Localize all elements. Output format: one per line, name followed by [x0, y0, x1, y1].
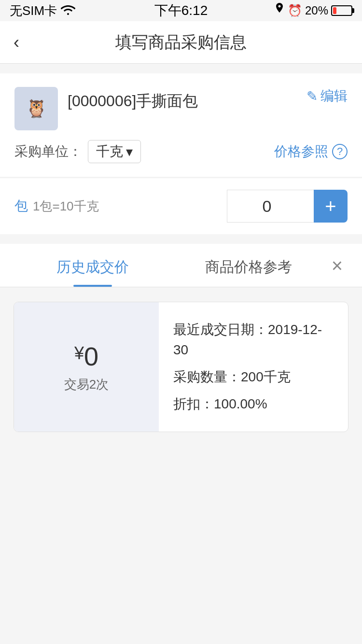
- nav-bar: ‹ 填写商品采购信息: [0, 21, 362, 64]
- product-unit-row: 采购单位： 千克 ▾ 价格参照 ?: [14, 140, 348, 163]
- carrier-text: 无SIM卡: [10, 2, 57, 19]
- product-left: 🦉 [0000006]手撕面包: [14, 87, 198, 130]
- qty-input[interactable]: [227, 190, 314, 223]
- page-title: 填写商品采购信息: [115, 31, 247, 54]
- unit-value: 千克: [96, 142, 123, 161]
- product-thumbnail: 🦉: [26, 98, 47, 119]
- qty-plus-button[interactable]: +: [314, 190, 348, 223]
- price-card-left: ¥0 交易2次: [14, 302, 159, 432]
- back-button[interactable]: ‹: [14, 32, 19, 53]
- tab-history-label: 历史成交价: [56, 259, 129, 275]
- price-ref-icon: ?: [332, 144, 348, 159]
- price-detail-discount: 折扣：100.00%: [173, 394, 334, 414]
- price-detail-date: 最近成交日期：2019-12-30: [173, 320, 334, 360]
- unit-left: 采购单位： 千克 ▾: [14, 140, 141, 163]
- price-count: 交易2次: [64, 376, 109, 393]
- status-time: 下午6:12: [154, 1, 208, 20]
- product-image: 🦉: [14, 87, 58, 130]
- qty-detail-label: 采购数量：: [173, 369, 241, 384]
- tab-price-ref-label: 商品价格参考: [205, 259, 292, 275]
- edit-icon: ✎: [306, 88, 318, 104]
- price-card-right: 最近成交日期：2019-12-30 采购数量：200千克 折扣：100.00%: [159, 302, 348, 432]
- qty-input-group: +: [227, 190, 348, 223]
- price-card: ¥0 交易2次 最近成交日期：2019-12-30 采购数量：200千克 折扣：…: [14, 302, 348, 432]
- currency-symbol: ¥: [74, 343, 84, 363]
- qty-label: 包 1包=10千克: [14, 197, 99, 215]
- discount-label: 折扣：: [173, 396, 214, 411]
- location-icon: [274, 3, 285, 18]
- qty-detail-value: 200千克: [241, 369, 291, 384]
- tab-history-price[interactable]: 历史成交价: [14, 244, 170, 287]
- status-left: 无SIM卡: [10, 2, 75, 19]
- status-right: ⏰ 20%: [274, 3, 352, 18]
- price-value: 0: [84, 342, 98, 371]
- edit-button[interactable]: ✎ 编辑: [306, 87, 348, 105]
- battery-icon: [331, 5, 352, 16]
- price-main: ¥0: [74, 341, 98, 371]
- qty-unit-note: 1包=10千克: [33, 198, 99, 215]
- tabs-row: 历史成交价 商品价格参考 ×: [0, 244, 362, 287]
- edit-label: 编辑: [320, 87, 348, 105]
- battery-percent: 20%: [305, 4, 328, 17]
- alarm-icon: ⏰: [288, 4, 302, 17]
- wifi-icon: [61, 3, 75, 18]
- chevron-down-icon: ▾: [126, 144, 133, 160]
- price-ref-button[interactable]: 价格参照 ?: [274, 142, 348, 161]
- quantity-section: 包 1包=10千克 +: [0, 178, 362, 234]
- tab-price-ref[interactable]: 商品价格参考: [170, 244, 326, 287]
- unit-label: 采购单位：: [14, 142, 82, 161]
- price-ref-label: 价格参照: [274, 142, 328, 161]
- product-card: 🦉 [0000006]手撕面包 ✎ 编辑 采购单位： 千克 ▾ 价格参照 ?: [0, 73, 362, 177]
- price-detail-qty: 采购数量：200千克: [173, 367, 334, 387]
- page-background: ¥0 交易2次 最近成交日期：2019-12-30 采购数量：200千克 折扣：…: [0, 302, 362, 591]
- date-label: 最近成交日期：: [173, 322, 268, 337]
- tabs-container: 历史成交价 商品价格参考 ×: [0, 244, 362, 287]
- tab-active-indicator: [73, 285, 112, 287]
- product-name: [0000006]手撕面包: [68, 87, 198, 112]
- qty-icon-label: 包: [14, 197, 28, 215]
- status-bar: 无SIM卡 下午6:12 ⏰ 20%: [0, 0, 362, 21]
- tab-close-button[interactable]: ×: [327, 256, 348, 275]
- unit-select[interactable]: 千克 ▾: [88, 140, 141, 163]
- discount-value: 100.00%: [214, 396, 267, 411]
- product-header: 🦉 [0000006]手撕面包 ✎ 编辑: [14, 87, 348, 130]
